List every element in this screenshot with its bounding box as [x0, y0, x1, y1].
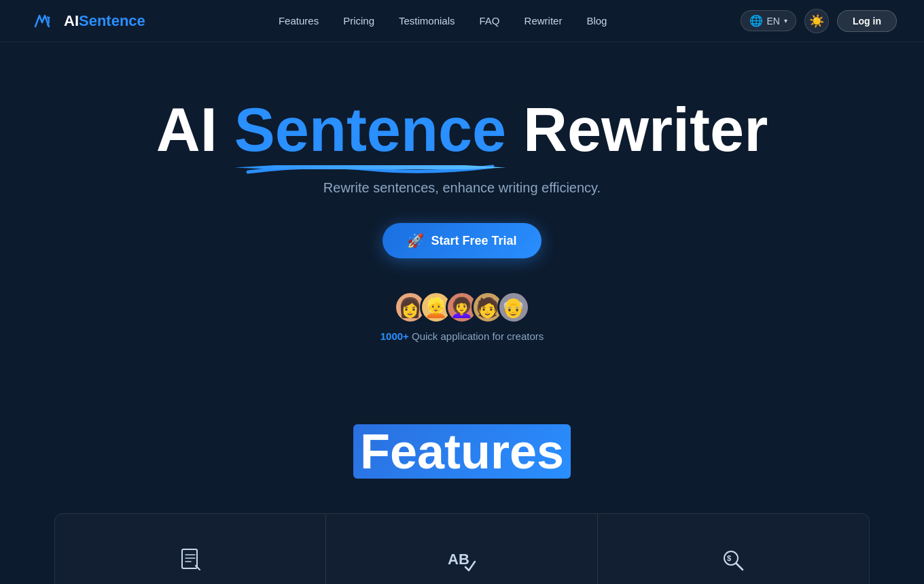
avatar: 👴 — [497, 291, 530, 324]
nav-item-pricing[interactable]: Pricing — [343, 15, 374, 27]
features-title-wrap: Features — [353, 424, 571, 479]
svg-point-1 — [48, 16, 50, 18]
language-selector[interactable]: 🌐 EN ▾ — [741, 10, 796, 31]
features-title-highlight: Features — [353, 424, 571, 479]
hero-subtitle: Rewrite sentences, enhance writing effic… — [323, 180, 601, 196]
nav-item-testimonials[interactable]: Testimonials — [399, 15, 455, 27]
logo-link[interactable]: AISentence — [27, 6, 145, 36]
social-proof-text: 1000+ Quick application for creators — [380, 330, 544, 342]
avatar-group: 👩 👱 👩‍🦱 🧑 👴 — [394, 291, 530, 324]
svg-text:$: $ — [727, 554, 731, 562]
globe-icon: 🌐 — [749, 14, 763, 27]
start-free-trial-button[interactable]: 🚀 Start Free Trial — [383, 223, 541, 258]
theme-toggle-button[interactable]: ☀️ — [804, 9, 829, 33]
feature-card-plagiarism: $ Plagiarism Detection Scans text agains… — [598, 514, 869, 584]
svg-rect-2 — [182, 549, 197, 568]
social-proof: 👩 👱 👩‍🦱 🧑 👴 1000+ Quick application for … — [380, 291, 544, 342]
hero-title: AI Sentence Rewriter — [156, 97, 768, 164]
plagiarism-detection-icon: $ — [719, 547, 747, 580]
logo-text: AISentence — [64, 12, 145, 30]
hero-title-highlight: Sentence — [234, 97, 506, 164]
cta-label: Start Free Trial — [431, 234, 516, 248]
user-count: 1000+ — [380, 330, 409, 342]
lang-label: EN — [767, 16, 780, 27]
hero-title-prefix: AI — [156, 96, 234, 164]
logo-icon — [27, 6, 57, 36]
hero-title-suffix: Rewriter — [506, 96, 768, 164]
hero-section: AI Sentence Rewriter Rewrite sentences, … — [0, 42, 924, 383]
social-proof-desc: Quick application for creators — [412, 330, 544, 342]
text-summarization-icon — [177, 547, 204, 580]
login-button[interactable]: Log in — [837, 10, 897, 32]
feature-card-summarization: Text Summarization Automatically condens… — [55, 514, 326, 584]
feature-card-grammar: AB Grammar Correction Identifies and cor… — [326, 514, 597, 584]
grammar-correction-icon: AB — [446, 547, 476, 580]
nav-item-blog[interactable]: Blog — [586, 15, 607, 27]
rocket-icon: 🚀 — [407, 233, 424, 249]
features-grid: Text Summarization Automatically condens… — [54, 513, 870, 584]
nav-right: 🌐 EN ▾ ☀️ Log in — [741, 9, 897, 33]
svg-text:AB: AB — [448, 551, 469, 568]
features-title: Features — [353, 424, 571, 479]
chevron-down-icon: ▾ — [784, 17, 787, 24]
nav-item-rewriter[interactable]: Rewriter — [525, 15, 563, 27]
nav-item-features[interactable]: Features — [279, 15, 319, 27]
nav-item-faq[interactable]: FAQ — [480, 15, 500, 27]
sun-icon: ☀️ — [809, 14, 824, 29]
navbar: AISentence Features Pricing Testimonials… — [0, 0, 924, 42]
features-section: Features Text Summarization Automaticall… — [0, 383, 924, 584]
nav-links: Features Pricing Testimonials FAQ Rewrit… — [279, 15, 607, 27]
